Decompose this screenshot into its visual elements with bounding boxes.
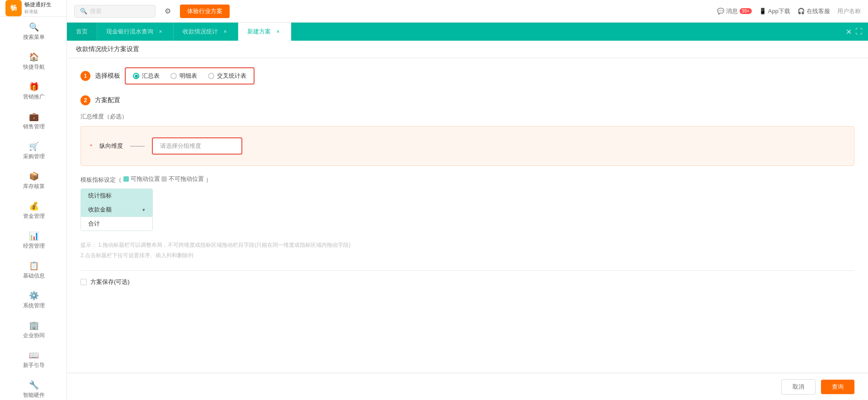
- indicators-section: 模板指标设定（ 可拖动位置 不可拖动位置 ）: [80, 175, 854, 259]
- step1-header: 1 选择模板 汇总表 明细表 交叉统计表: [80, 67, 854, 85]
- sidebar-item-label: 资金管理: [23, 212, 45, 220]
- sidebar-item-hardware[interactable]: 🔧 智能硬件: [0, 375, 66, 400]
- sidebar-item-label: 企业协同: [23, 332, 45, 339]
- search-box[interactable]: 🔍 搜索: [74, 5, 156, 18]
- stats-table-header-label: 统计指标: [88, 192, 112, 200]
- save-checkbox-label[interactable]: 方案保存(可选): [80, 278, 854, 286]
- inventory-icon: 📦: [29, 171, 39, 181]
- sidebar-item-label: 经营管理: [23, 242, 45, 250]
- topbar-actions: 💬 消息 99+ 📱 App下载 🎧 在线客服 用户名称: [717, 7, 861, 15]
- online-service-btn[interactable]: 🎧 在线客服: [797, 7, 830, 15]
- stats-column-label: 收款金额: [88, 206, 112, 214]
- tabbar: 首页 现金银行流水查询 × 收款情况统计 × 新建方案 × ✕ ⛶: [67, 23, 868, 41]
- step2-title: 方案配置: [95, 96, 120, 104]
- sidebar-item-label: 智能硬件: [23, 391, 45, 399]
- radio-detail[interactable]: 明细表: [170, 72, 197, 80]
- online-service-label: 在线客服: [807, 7, 830, 15]
- tab-bank-flow[interactable]: 现金银行流水查询 ×: [97, 23, 174, 41]
- sidebar-item-quick-nav[interactable]: 🏠 快捷导航: [0, 47, 66, 76]
- tab-collection-stats[interactable]: 收款情况统计 ×: [174, 23, 238, 41]
- tab-close-all-icon[interactable]: ✕: [846, 28, 852, 36]
- message-icon: 💬: [717, 8, 724, 14]
- template-radio-group: 汇总表 明细表 交叉统计表: [125, 67, 255, 85]
- sidebar-item-basic-info[interactable]: 📋 基础信息: [0, 255, 66, 285]
- tab-new-plan-label: 新建方案: [247, 28, 271, 36]
- stats-table: 统计指标 收款金额 ▾ 合计: [80, 188, 153, 231]
- tabbar-controls: ✕ ⛶: [840, 28, 868, 36]
- search-icon: 🔍: [80, 8, 87, 14]
- sidebar-item-search-menu[interactable]: 🔍 搜索菜单: [0, 17, 66, 47]
- marketing-icon: 🎁: [29, 82, 39, 92]
- sidebar-item-inventory[interactable]: 📦 库存核算: [0, 166, 66, 196]
- finance-icon: 💰: [29, 201, 39, 211]
- save-label: 方案保存(可选): [90, 278, 130, 286]
- sidebar-item-marketing[interactable]: 🎁 营销推广: [0, 76, 66, 106]
- sales-icon: 💼: [29, 112, 39, 122]
- dimension-select[interactable]: 请选择分组维度: [152, 137, 242, 155]
- stats-column-header[interactable]: 收款金额 ▾: [81, 202, 152, 216]
- indicators-header: 模板指标设定（ 可拖动位置 不可拖动位置 ）: [80, 175, 854, 184]
- sidebar-item-label: 营销推广: [23, 93, 45, 101]
- breadcrumb: 收款情况统计方案设置: [76, 45, 139, 52]
- radio-cross[interactable]: 交叉统计表: [208, 72, 246, 80]
- dimension-arrow: ——: [130, 142, 145, 150]
- bottom-action-bar: 取消 查询: [67, 373, 868, 400]
- sidebar-item-guide[interactable]: 📖 新手引导: [0, 345, 66, 375]
- sidebar-item-label: 销售管理: [23, 123, 45, 131]
- app-download-label: App下载: [768, 7, 790, 15]
- stats-table-row: 合计: [81, 216, 152, 231]
- required-mark: *: [90, 143, 92, 150]
- notification-label: 消息: [726, 7, 738, 15]
- step2-section: 2 方案配置 汇总维度（必选） * 纵向维度 —— 请选择分组维度: [80, 95, 854, 259]
- non-draggable-indicator: [161, 176, 167, 182]
- config-area: 汇总维度（必选） * 纵向维度 —— 请选择分组维度: [80, 113, 854, 259]
- sidebar-item-label: 系统管理: [23, 302, 45, 310]
- step1-title: 选择模板: [95, 72, 120, 80]
- sidebar-item-finance[interactable]: 💰 资金管理: [0, 196, 66, 226]
- user-info: 用户名称: [837, 7, 861, 15]
- footer-save-area: 方案保存(可选): [80, 270, 854, 286]
- dimension-select-placeholder: 请选择分组维度: [160, 142, 201, 149]
- sidebar-item-label: 采购管理: [23, 153, 45, 160]
- step2-number: 2: [80, 95, 90, 105]
- radio-cross-dot: [208, 73, 214, 79]
- tab-collection-label: 收款情况统计: [183, 28, 218, 36]
- tab-collection-close[interactable]: ×: [222, 28, 229, 35]
- tab-new-plan[interactable]: 新建方案 ×: [238, 23, 291, 41]
- radio-summary[interactable]: 汇总表: [133, 72, 160, 80]
- tab-home[interactable]: 首页: [67, 23, 97, 41]
- download-icon: 📱: [759, 8, 766, 14]
- form-container: 1 选择模板 汇总表 明细表 交叉统计表: [67, 58, 868, 372]
- save-checkbox[interactable]: [80, 279, 87, 285]
- query-button[interactable]: 查询: [821, 380, 854, 394]
- main-area: 🔍 搜索 ⚙ 体验行业方案 💬 消息 99+ 📱 App下载 🎧 在线客服 用户…: [67, 0, 868, 400]
- search-menu-icon: 🔍: [29, 22, 39, 32]
- tab-new-plan-close[interactable]: ×: [274, 28, 282, 35]
- dimension-panel: * 纵向维度 —— 请选择分组维度: [80, 126, 854, 166]
- cancel-button[interactable]: 取消: [781, 379, 816, 395]
- notification-btn[interactable]: 💬 消息 99+: [717, 7, 752, 15]
- tab-bank-flow-close[interactable]: ×: [157, 28, 164, 35]
- chevron-down-icon: ▾: [142, 207, 145, 213]
- step1-number: 1: [80, 71, 90, 81]
- settings-icon[interactable]: ⚙: [161, 5, 175, 18]
- industry-btn[interactable]: 体验行业方案: [180, 5, 230, 18]
- sidebar-item-sales[interactable]: 💼 销售管理: [0, 106, 66, 136]
- draggable-indicator: [123, 176, 129, 182]
- dimension-label: 汇总维度（必选）: [80, 113, 854, 121]
- radio-cross-label: 交叉统计表: [217, 72, 246, 80]
- sidebar-item-system[interactable]: ⚙️ 系统管理: [0, 285, 66, 315]
- guide-icon: 📖: [29, 350, 39, 360]
- dimension-row: * 纵向维度 —— 请选择分组维度: [90, 137, 845, 155]
- app-download-btn[interactable]: 📱 App下载: [759, 7, 790, 15]
- sidebar-item-label: 库存核算: [23, 183, 45, 190]
- hardware-icon: 🔧: [29, 380, 39, 390]
- logo-area: 畅 畅捷通好生 标准版: [0, 0, 66, 17]
- sidebar-item-management[interactable]: 📊 经营管理: [0, 226, 66, 255]
- sidebar-item-enterprise[interactable]: 🏢 企业协同: [0, 315, 66, 345]
- content-area: 收款情况统计方案设置 1 选择模板 汇总表 明细表: [67, 41, 868, 373]
- radio-summary-label: 汇总表: [142, 72, 160, 80]
- tab-home-label: 首页: [76, 28, 88, 36]
- tab-expand-icon[interactable]: ⛶: [855, 28, 863, 36]
- sidebar-item-purchase[interactable]: 🛒 采购管理: [0, 136, 66, 166]
